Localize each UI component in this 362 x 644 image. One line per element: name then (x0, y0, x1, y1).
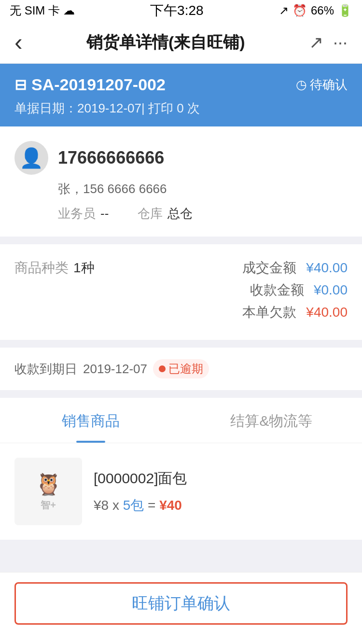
transaction-label: 成交金额 (242, 259, 296, 277)
receipt-value: ¥0.00 (314, 282, 348, 298)
customer-name: 张，156 6666 6666 (58, 181, 348, 197)
battery-icon: 🔋 (338, 4, 352, 17)
location-icon: ↗ (279, 4, 289, 17)
warehouse-label: 仓库 (138, 205, 163, 222)
customer-section: 👤 17666666666 张，156 6666 6666 业务员 -- 仓库 … (0, 126, 362, 237)
customer-meta: 业务员 -- 仓库 总仓 (58, 205, 348, 222)
order-date: 单据日期：2019-12-07| 打印 0 次 (14, 100, 348, 117)
price-total: ¥40 (159, 498, 182, 513)
product-type-value: 1种 (73, 259, 95, 277)
owl-icon: 🦉 (35, 472, 62, 497)
tab-settlement[interactable]: 结算&物流等 (181, 398, 362, 443)
debt-label: 本单欠款 (242, 303, 296, 322)
summary-section: 商品种类 1种 成交金额 ¥40.00 收款金额 ¥0.00 本单欠款 ¥40.… (0, 244, 362, 340)
product-type-label: 商品种类 (14, 259, 69, 277)
avatar: 👤 (14, 141, 48, 175)
product-type: 商品种类 1种 (14, 259, 95, 277)
product-image: 🦉 智+ (14, 458, 82, 525)
more-button[interactable]: ··· (333, 32, 348, 53)
due-date-value: 2019-12-07 (83, 362, 147, 377)
order-header-card: ⊟ SA-20191207-002 ◷ 待确认 单据日期：2019-12-07|… (0, 64, 362, 126)
sales-label: 业务员 (58, 205, 96, 222)
tabs-row: 销售商品 结算&物流等 (0, 398, 362, 443)
due-date-section: 收款到期日 2019-12-07 已逾期 (0, 348, 362, 390)
price-multiplier: x (112, 498, 123, 513)
sim-text: 无 SIM 卡 ☁ (10, 3, 75, 18)
user-icon: 👤 (19, 147, 43, 169)
tab-sales-products[interactable]: 销售商品 (0, 398, 181, 443)
product-name: [0000002]面包 (94, 469, 348, 489)
status-left: 无 SIM 卡 ☁ (10, 3, 75, 18)
inbox-icon: ⊟ (14, 76, 27, 93)
page-title: 销货单详情(来自旺铺) (86, 31, 245, 54)
share-button[interactable]: ↗ (309, 32, 323, 53)
status-bar: 无 SIM 卡 ☁ 下午3:28 ↗ ⏰ 66% 🔋 (0, 0, 362, 21)
product-section: 🦉 智+ [0000002]面包 ¥8 x 5包 = ¥40 (0, 443, 362, 540)
amounts: 成交金额 ¥40.00 收款金额 ¥0.00 本单欠款 ¥40.00 (242, 259, 348, 325)
back-button[interactable] (14, 30, 23, 55)
sales-value: -- (100, 206, 109, 221)
product-item: 🦉 智+ [0000002]面包 ¥8 x 5包 = ¥40 (14, 458, 348, 525)
transaction-value: ¥40.00 (306, 260, 348, 276)
customer-phone: 17666666666 (58, 148, 164, 168)
sales-rep: 业务员 -- (58, 205, 109, 222)
debt-value: ¥40.00 (306, 305, 348, 320)
due-date-label: 收款到期日 (14, 361, 77, 378)
status-right: ↗ ⏰ 66% 🔋 (279, 4, 352, 17)
order-number: ⊟ SA-20191207-002 (14, 75, 166, 94)
price-unit: ¥8 (94, 498, 109, 513)
price-equals: = (148, 498, 159, 513)
price-quantity: 5包 (123, 498, 144, 513)
product-logo: 🦉 智+ (35, 472, 62, 512)
alarm-icon: ⏰ (292, 4, 307, 17)
overdue-dot-icon (159, 365, 166, 372)
product-price: ¥8 x 5包 = ¥40 (94, 496, 348, 515)
product-info: [0000002]面包 ¥8 x 5包 = ¥40 (94, 469, 348, 515)
warehouse-value: 总仓 (167, 205, 193, 222)
brand-plus-text: 智+ (41, 499, 56, 512)
battery-text: 66% (311, 4, 334, 17)
bottom-section: 旺铺订单确认 (0, 572, 362, 644)
overdue-badge: 已逾期 (153, 359, 209, 378)
warehouse: 仓库 总仓 (138, 205, 193, 222)
overdue-text: 已逾期 (168, 361, 203, 377)
order-status: ◷ 待确认 (296, 76, 348, 93)
receipt-label: 收款金额 (250, 281, 304, 299)
clock-icon: ◷ (296, 77, 307, 92)
nav-actions: ↗ ··· (309, 32, 348, 53)
status-time: 下午3:28 (150, 1, 204, 20)
confirm-order-button[interactable]: 旺铺订单确认 (14, 582, 348, 625)
nav-bar: 销货单详情(来自旺铺) ↗ ··· (0, 21, 362, 64)
tabs-section: 销售商品 结算&物流等 (0, 398, 362, 443)
